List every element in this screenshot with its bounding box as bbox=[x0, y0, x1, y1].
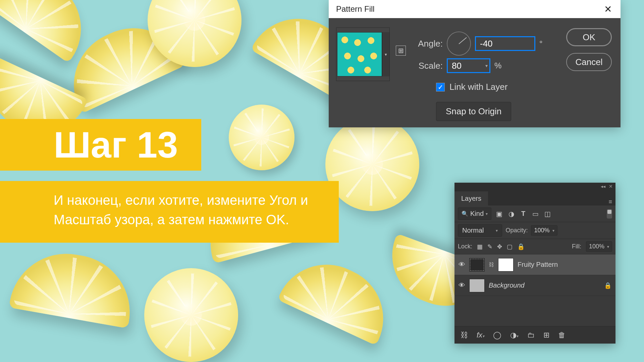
dial-needle bbox=[459, 37, 467, 44]
angle-unit: ° bbox=[539, 39, 543, 48]
new-layer-icon[interactable]: ⊞ bbox=[543, 331, 549, 340]
link-icon[interactable]: ⛓ bbox=[489, 262, 494, 268]
link-with-layer-checkbox[interactable]: ✓ bbox=[436, 83, 445, 92]
lemon-round bbox=[325, 117, 419, 211]
filter-adjust-icon[interactable]: ◑ bbox=[507, 209, 516, 218]
filter-smart-icon[interactable]: ◫ bbox=[543, 209, 552, 218]
link-with-layer-label: Link with Layer bbox=[449, 82, 507, 92]
pattern-swatch bbox=[337, 32, 382, 76]
lock-position-icon[interactable]: ✥ bbox=[497, 243, 502, 250]
visibility-icon[interactable]: 👁 bbox=[459, 261, 465, 268]
lock-all-icon[interactable]: 🔒 bbox=[517, 243, 525, 250]
step-title: Шаг 13 bbox=[0, 119, 201, 171]
layer-item-fruity-pattern[interactable]: 👁 ⛓ Fruity Pattern bbox=[454, 254, 615, 275]
lemon-round bbox=[229, 105, 294, 170]
ok-button[interactable]: OK bbox=[566, 28, 612, 46]
angle-dial[interactable] bbox=[447, 32, 471, 56]
fill-input[interactable]: 100% ▾ bbox=[586, 241, 612, 252]
scale-unit: % bbox=[494, 61, 501, 70]
panel-menu-icon[interactable]: ≡ bbox=[608, 198, 612, 205]
search-icon: 🔍 bbox=[462, 210, 468, 217]
layer-name: Fruity Pattern bbox=[518, 261, 558, 268]
layers-tab[interactable]: Layers bbox=[454, 191, 488, 206]
link-layers-icon[interactable]: ⛓ bbox=[461, 331, 468, 340]
collapse-icon[interactable]: ◂◂ bbox=[601, 184, 605, 189]
snap-to-origin-button[interactable]: Snap to Origin bbox=[436, 102, 511, 121]
blend-mode-value: Normal bbox=[462, 227, 484, 234]
opacity-label: Opacity: bbox=[505, 227, 528, 234]
fill-label: Fill: bbox=[572, 243, 581, 250]
chevron-down-icon: ▾ bbox=[496, 228, 498, 233]
opacity-input[interactable]: 100% ▾ bbox=[531, 225, 557, 236]
blend-mode-select[interactable]: Normal ▾ bbox=[458, 224, 502, 237]
step-body: И наконец, если хотите, измените Угол и … bbox=[0, 181, 339, 243]
lemon-round bbox=[144, 268, 238, 362]
filter-pixel-icon[interactable]: ▣ bbox=[495, 209, 503, 218]
dialog-title: Pattern Fill bbox=[336, 4, 375, 14]
lemon-wedge bbox=[9, 245, 139, 328]
visibility-icon[interactable]: 👁 bbox=[459, 282, 465, 289]
filter-type-icon[interactable]: T bbox=[519, 209, 528, 218]
fill-value: 100% bbox=[589, 243, 604, 250]
pattern-swatch-picker[interactable]: ▾ bbox=[336, 27, 390, 81]
dialog-titlebar[interactable]: Pattern Fill ✕ bbox=[329, 0, 621, 18]
lock-label: Lock: bbox=[458, 243, 472, 250]
layer-thumb[interactable] bbox=[469, 258, 485, 272]
layer-fx-icon[interactable]: fx▾ bbox=[477, 331, 484, 340]
layer-name: Background bbox=[489, 282, 525, 289]
close-icon[interactable]: ✕ bbox=[609, 184, 613, 189]
group-icon[interactable]: 🗀 bbox=[527, 331, 535, 340]
angle-input[interactable] bbox=[475, 36, 535, 51]
adjustment-layer-icon[interactable]: ◑▾ bbox=[510, 331, 519, 340]
angle-label: Angle: bbox=[411, 39, 443, 49]
chevron-down-icon: ▾ bbox=[486, 212, 488, 216]
filter-kind-select[interactable]: 🔍 Kind ▾ bbox=[458, 207, 491, 220]
delete-layer-icon[interactable]: 🗑 bbox=[558, 331, 566, 340]
scale-input[interactable] bbox=[447, 58, 490, 73]
scale-label: Scale: bbox=[411, 61, 443, 71]
lock-pixels-icon[interactable]: ▦ bbox=[477, 243, 483, 250]
chevron-down-icon[interactable]: ▾ bbox=[382, 32, 389, 76]
mask-thumb[interactable] bbox=[498, 258, 514, 272]
lock-brush-icon[interactable]: ✎ bbox=[487, 243, 492, 250]
chevron-down-icon: ▾ bbox=[607, 244, 609, 249]
pattern-fill-dialog: Pattern Fill ✕ ▾ ⊞ Angle: ° Scale: ▾ % ✓… bbox=[329, 0, 621, 127]
lemon-wedge bbox=[277, 248, 400, 346]
close-icon[interactable]: ✕ bbox=[601, 2, 615, 16]
chevron-down-icon: ▾ bbox=[552, 228, 554, 233]
create-pattern-button[interactable]: ⊞ bbox=[396, 46, 406, 56]
layers-panel: ◂◂ ✕ Layers ≡ 🔍 Kind ▾ ▣ ◑ T ▭ ◫ Normal … bbox=[454, 183, 615, 344]
filter-shape-icon[interactable]: ▭ bbox=[531, 209, 540, 218]
filter-kind-value: Kind bbox=[470, 210, 484, 218]
lock-icon[interactable]: 🔒 bbox=[604, 282, 611, 289]
layer-thumb[interactable] bbox=[469, 279, 485, 292]
filter-toggle[interactable] bbox=[607, 209, 612, 219]
cancel-button[interactable]: Cancel bbox=[566, 53, 612, 71]
layer-item-background[interactable]: 👁 Background 🔒 bbox=[454, 275, 615, 296]
opacity-value: 100% bbox=[534, 227, 549, 234]
layers-footer: ⛓ fx▾ ◯ ◑▾ 🗀 ⊞ 🗑 bbox=[454, 326, 615, 344]
lock-artboard-icon[interactable]: ▢ bbox=[507, 243, 513, 250]
layer-mask-icon[interactable]: ◯ bbox=[493, 331, 501, 340]
